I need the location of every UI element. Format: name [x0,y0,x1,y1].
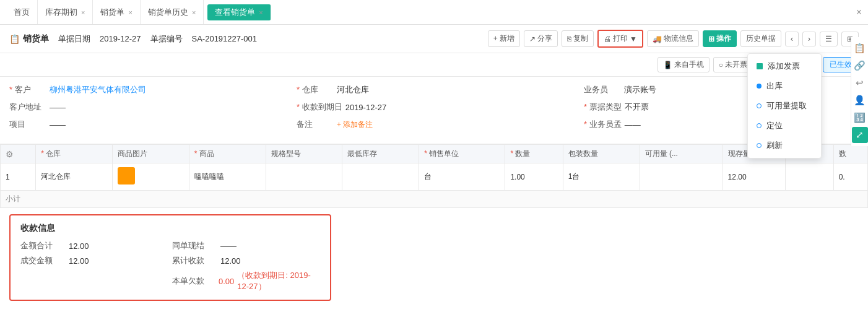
current-due-label: 本单欠款 [172,276,215,287]
staff-value: 演示账号 [624,84,656,95]
same-order-value: —— [220,241,237,251]
doc-header: 📋 销货单 单据日期 2019-12-27 单据编号 SA-20191227-0… [0,25,868,53]
ticket-type-label: 票据类型 [584,102,622,113]
col-product: 商品 [189,145,266,163]
panel-icon-3[interactable]: ↩ [852,75,868,91]
col-warehouse: 仓库 [36,145,113,163]
col-min-stock: 最低库存 [342,145,419,163]
row-extra: 0. [833,163,867,191]
print-dropdown-arrow: ▼ [630,35,637,43]
address-label: 客户地址 [9,102,46,113]
from-phone-button[interactable]: 📱 来自手机 [658,57,710,72]
operations-dropdown: 添加发票 出库 可用量提取 定位 [747,53,822,158]
truck-icon: 🚚 [653,35,662,43]
print-button[interactable]: 🖨 打印 ▼ [597,30,643,48]
number-value: SA-20191227-001 [192,34,258,43]
address-value: —— [50,103,66,112]
total-amount-label: 金额合计 [20,240,64,251]
due-date-value: 2019-12-27 [345,103,387,112]
invoice-icon: ○ [719,61,723,69]
operations-button[interactable]: ⊞ 操作 [703,30,737,47]
total-amount-value: 12.00 [69,241,89,251]
list-view-icon: ☰ [825,35,832,43]
tab-bar-close[interactable]: × [856,7,862,18]
sales-staff-value: —— [625,120,641,129]
tab-inventory-init-close[interactable]: × [81,9,85,16]
subtotal-label: 小计 [1,191,868,208]
payment-grid: 金额合计 12.00 同单现结 —— 成交金额 12.00 累计收款 12.00… [20,240,320,292]
panel-icon-4[interactable]: 👤 [852,92,868,108]
date-label: 单据日期 [58,33,90,45]
dropdown-add-invoice[interactable]: 添加发票 [748,56,821,76]
col-image: 商品图片 [112,145,189,163]
address-field: 客户地址 —— [9,102,284,113]
row-spec [266,163,342,191]
payment-transaction-row: 成交金额 12.00 [20,255,168,266]
panel-icon-2[interactable]: 🔗 [852,58,868,74]
dropdown-locate[interactable]: 定位 [748,116,821,136]
panel-icon-5[interactable]: 🔢 [852,110,868,126]
tab-inventory-init[interactable]: 库存期初 × [38,0,93,24]
copy-button[interactable]: ⎘ 复制 [562,30,594,47]
dropdown-available-qty[interactable]: 可用量提取 [748,96,821,116]
new-button[interactable]: + 新增 [488,30,520,47]
print-icon: 🖨 [604,35,611,43]
logistics-button[interactable]: 🚚 物流信息 [647,30,699,47]
row-pack-qty: 1台 [563,163,640,191]
col-settings[interactable]: ⚙ [1,145,36,163]
share-icon: ↗ [529,35,536,43]
customer-field: 客户 柳州粤港平安气体有限公司 [9,84,284,95]
transaction-label: 成交金额 [20,255,64,266]
same-order-label: 同单现结 [172,240,215,251]
nav-prev-button[interactable]: ‹ [785,32,799,46]
col-available: 可用量 (... [640,145,723,163]
phone-icon: 📱 [663,61,672,69]
doc-title: 销货单 [23,33,49,45]
warehouse-field: 仓库 河北仓库 [297,84,571,95]
form-row-2: 客户地址 —— 收款到期日 2019-12-27 票据类型 不开票 [9,102,859,113]
add-note-button[interactable]: 添加备注 [337,119,373,130]
tab-sales-history[interactable]: 销货单历史 × [141,0,204,24]
tab-sales-order[interactable]: 销货单 × [93,0,140,24]
payment-title: 收款信息 [20,223,320,234]
note-label: 备注 [297,119,334,130]
row-image [112,163,189,191]
accumulated-value: 12.00 [220,256,241,266]
project-value: —— [50,120,66,129]
dropdown-refresh[interactable]: 刷新 [748,136,821,155]
payment-total-row: 金额合计 12.00 [20,240,168,251]
table-row: 1 河北仓库 嗑嗑嗑嗑 台 1.00 1台 12.00 [1,163,868,191]
list-view-button[interactable]: ☰ [820,32,838,46]
nav-next-button[interactable]: › [802,32,816,46]
tab-check-sales-close[interactable]: × [259,9,263,16]
data-table-wrap: ⚙ 仓库 商品图片 商品 规格型号 最低库存 销售单位 数量 包装数量 可用量 … [0,144,868,208]
panel-icon-1[interactable]: 📋 [852,40,868,56]
share-button[interactable]: ↗ 分享 [524,30,558,47]
payment-accumulated-row: 累计收款 12.00 [172,255,320,266]
tab-sales-order-close[interactable]: × [128,9,132,16]
warehouse-value: 河北仓库 [337,84,369,95]
tab-check-sales[interactable]: 查看销货单 × [207,4,271,20]
tab-home[interactable]: 首页 [6,0,38,24]
history-button[interactable]: 历史单据 [740,30,781,47]
locate-icon [757,123,762,128]
customer-value[interactable]: 柳州粤港平安气体有限公司 [50,84,146,95]
payment-due-row: 本单欠款 0.00 （收款到期日: 2019-12-27） [172,270,320,292]
project-label: 项目 [9,119,46,130]
col-qty: 数量 [505,145,563,163]
panel-icon-expand[interactable]: ⤢ [852,127,868,143]
transaction-value: 12.00 [69,256,89,266]
col-extra: 数 [833,145,867,163]
copy-icon: ⎘ [567,35,571,43]
note-field: 备注 添加备注 [297,119,571,130]
sales-staff-label: 业务员孟 [584,119,622,130]
refresh-icon [757,143,762,148]
dropdown-outbound[interactable]: 出库 [748,76,821,96]
row-qty: 1.00 [505,163,563,191]
tab-sales-history-close[interactable]: × [192,9,196,16]
right-panel: 📋 🔗 ↩ 👤 🔢 ⤢ [851,37,868,146]
row-unit: 台 [419,163,505,191]
add-invoice-icon [757,63,763,69]
payment-section: 收款信息 金额合计 12.00 同单现结 —— 成交金额 12.00 累计收款 … [9,214,331,301]
customer-label: 客户 [9,84,46,95]
